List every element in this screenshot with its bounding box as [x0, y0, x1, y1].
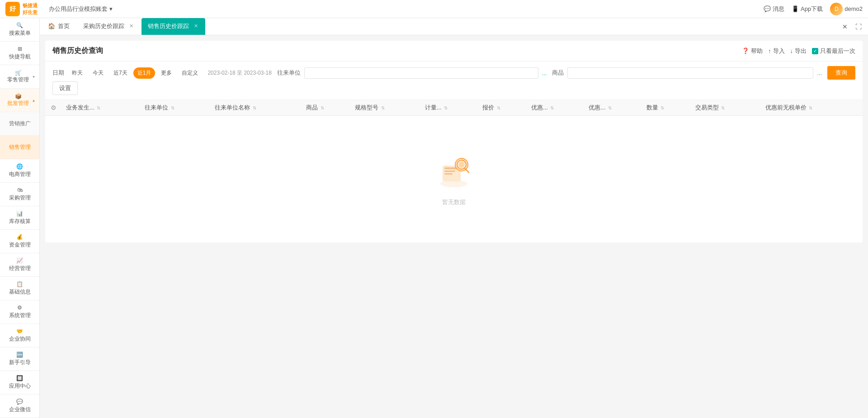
product-dots[interactable]: ...: [817, 70, 822, 76]
page-header-actions: ❓ 帮助 ↑ 导入 ↓ 导出 ✓ 只看最后一次: [742, 47, 855, 55]
sidebar-item-retail[interactable]: 🛒 零售管理 ▾: [0, 65, 39, 89]
sidebar-item-finance[interactable]: 💰 资金管理: [0, 230, 39, 253]
sidebar-item-inventory[interactable]: 📊 库存核算: [0, 206, 39, 230]
sidebar-label-collab: 企业协同: [9, 335, 31, 343]
sidebar-label-ops: 经营管理: [9, 265, 31, 272]
help-label: 帮助: [751, 47, 763, 55]
th-unit[interactable]: 计量... ⇅: [420, 100, 478, 116]
tab-sales-history[interactable]: 销售历史价跟踪 ✕: [142, 18, 205, 35]
date-btn-custom[interactable]: 自定义: [178, 67, 202, 79]
export-btn[interactable]: ↓ 导出: [790, 47, 807, 55]
th-discount1[interactable]: 优惠... ⇅: [527, 100, 584, 116]
import-icon: ↑: [768, 48, 771, 54]
th-price[interactable]: 报价 ⇅: [478, 100, 527, 116]
help-icon: ❓: [742, 48, 749, 54]
sidebar-label-wechat: 企业微信: [9, 406, 31, 413]
sidebar-item-purchase[interactable]: 🛍 采购管理: [0, 183, 39, 206]
sidebar-item-sales-mgmt[interactable]: 销售管理: [0, 136, 39, 159]
app-selector[interactable]: 办公用品行业模拟账套 ▾: [45, 3, 116, 15]
svg-point-8: [459, 162, 464, 167]
sidebar-label-sales: 销售管理: [9, 143, 31, 151]
th-partner-name[interactable]: 往来单位名称 ⇅: [210, 100, 302, 116]
th-settings[interactable]: ⚙: [45, 100, 61, 116]
sidebar-item-basic-info[interactable]: 📋 基础信息: [0, 277, 39, 300]
purchase-icon: 🛍: [17, 187, 23, 193]
tab-purchase-history[interactable]: 采购历史价跟踪 ✕: [77, 18, 141, 35]
partner-dots[interactable]: ...: [542, 70, 547, 76]
tab-bar: 🏠 首页 采购历史价跟踪 ✕ 销售历史价跟踪 ✕ ✕ ⛶: [40, 18, 868, 35]
th-qty[interactable]: 数量 ⇅: [642, 100, 691, 116]
sidebar-item-new-guide[interactable]: 🆕 新手引导: [0, 347, 39, 371]
partner-input[interactable]: [304, 67, 538, 79]
sidebar-item-wholesale[interactable]: 📦 批发管理 ▴: [0, 89, 39, 112]
sidebar-item-marketing[interactable]: 营销推广: [0, 112, 39, 136]
date-btn-last1month[interactable]: 近1月: [133, 67, 156, 79]
sidebar-item-quick-nav[interactable]: ⊞ 快捷导航: [0, 42, 39, 65]
filter-row-2: 设置: [52, 81, 855, 95]
sidebar-item-system[interactable]: ⚙ 系统管理: [0, 300, 39, 324]
sidebar-label-purchase: 采购管理: [9, 194, 31, 202]
chevron-up-icon: ▴: [33, 98, 35, 103]
query-area: 查询: [827, 66, 855, 80]
top-bar-right: 💬 消息 📱 App下载 D demo2: [764, 3, 863, 15]
tab-maximize-btn[interactable]: ⛶: [853, 21, 864, 33]
sort-icon-discount2: ⇅: [608, 105, 612, 110]
sidebar-label-search: 搜索菜单: [9, 29, 31, 37]
sidebar-item-app-center[interactable]: 🔲 应用中心: [0, 371, 39, 394]
system-icon: ⚙: [17, 304, 22, 311]
empty-icon: [434, 152, 474, 193]
tab-home-label: 首页: [58, 22, 70, 30]
import-btn[interactable]: ↑ 导入: [768, 47, 785, 55]
sidebar-item-ops[interactable]: 📈 经营管理: [0, 253, 39, 277]
date-btn-last7[interactable]: 近7天: [109, 67, 132, 79]
sidebar-item-enterprise-wechat[interactable]: 💬 企业微信: [0, 394, 39, 418]
date-btn-yesterday[interactable]: 昨天: [68, 67, 87, 79]
sort-icon-trade-type: ⇅: [721, 105, 725, 110]
app-download-label: App下载: [801, 5, 823, 13]
tab-sales-history-close[interactable]: ✕: [193, 23, 199, 29]
logo-icon: 好: [5, 2, 20, 16]
th-product[interactable]: 商品 ⇅: [302, 100, 350, 116]
checkbox-checked-icon: ✓: [812, 48, 818, 54]
sidebar-label-wholesale: 批发管理: [7, 100, 29, 107]
sidebar-item-ecommerce[interactable]: 🌐 电商管理: [0, 159, 39, 183]
th-discount2[interactable]: 优惠... ⇅: [584, 100, 642, 116]
message-action[interactable]: 💬 消息: [764, 5, 784, 13]
sidebar-item-search-menu[interactable]: 🔍 搜索菜单: [0, 18, 39, 42]
th-trade-type[interactable]: 交易类型 ⇅: [691, 100, 761, 116]
sort-icon-unit: ⇅: [444, 105, 448, 110]
sidebar-label-guide: 新手引导: [9, 359, 31, 366]
settings-button[interactable]: 设置: [52, 81, 78, 95]
svg-rect-4: [444, 173, 453, 175]
nav-icon: ⊞: [18, 46, 22, 52]
help-btn[interactable]: ❓ 帮助: [742, 47, 763, 55]
message-icon: 💬: [764, 5, 771, 12]
only-last-checkbox[interactable]: ✓ 只看最后一次: [812, 47, 855, 55]
th-spec[interactable]: 规格型号 ⇅: [350, 100, 420, 116]
th-partner-code[interactable]: 往来单位 ⇅: [140, 100, 210, 116]
download-icon: 📱: [792, 5, 799, 12]
tab-close-all-btn[interactable]: ✕: [839, 21, 851, 33]
date-filter-group: 日期 昨天 今天 近7天 近1月 更多 自定义 2023-02-18 至 202…: [52, 67, 272, 79]
app-download-action[interactable]: 📱 App下载: [792, 5, 823, 13]
user-profile[interactable]: D demo2: [830, 3, 863, 15]
sidebar-label-inventory: 库存核算: [9, 218, 31, 225]
wholesale-icon: 📦: [15, 93, 22, 100]
th-biz-date[interactable]: 业务发生... ⇅: [61, 100, 140, 116]
product-input[interactable]: [567, 67, 813, 79]
sidebar-item-enterprise-collab[interactable]: 🤝 企业协同: [0, 324, 39, 347]
tab-purchase-history-close[interactable]: ✕: [128, 23, 134, 29]
filter-row-1: 日期 昨天 今天 近7天 近1月 更多 自定义 2023-02-18 至 202…: [52, 66, 855, 80]
page-title: 销售历史价查询: [52, 46, 103, 56]
tab-home[interactable]: 🏠 首页: [42, 18, 76, 35]
search-icon: 🔍: [16, 22, 23, 28]
query-button[interactable]: 查询: [827, 66, 855, 80]
th-no-tax-price[interactable]: 优惠前无税单价 ⇅: [761, 100, 863, 116]
svg-rect-3: [444, 171, 455, 172]
date-btn-more[interactable]: 更多: [157, 67, 176, 79]
logo-text: 畅捷通好生意: [23, 2, 42, 15]
filter-wrapper: 日期 昨天 今天 近7天 近1月 更多 自定义 2023-02-18 至 202…: [45, 62, 863, 100]
sidebar-label-finance: 资金管理: [9, 241, 31, 249]
sort-icon-partner-code: ⇅: [171, 105, 175, 110]
date-btn-today[interactable]: 今天: [89, 67, 108, 79]
